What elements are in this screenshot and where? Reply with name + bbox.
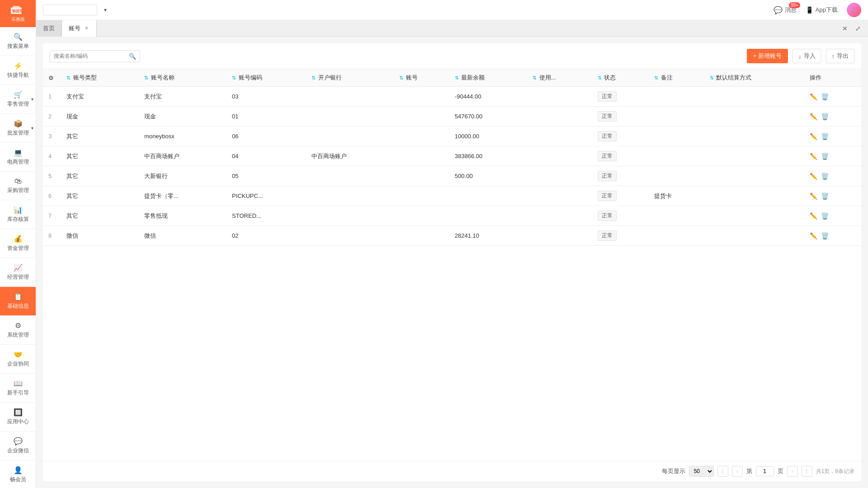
purchase-icon: 🛍 <box>14 177 22 185</box>
gear-icon[interactable]: ⚙ <box>48 75 54 81</box>
row-account <box>394 87 449 107</box>
edit-icon[interactable]: ✏️ <box>810 93 817 100</box>
sidebar-item-operations[interactable]: 📈 经营管理 <box>0 258 36 287</box>
tab-close-all-button[interactable]: ✕ <box>840 23 850 34</box>
delete-icon[interactable]: 🗑️ <box>821 192 829 200</box>
sidebar-item-inventory[interactable]: 📊 库存核算 <box>0 200 36 229</box>
tab-account[interactable]: 账号 ✕ <box>62 20 97 37</box>
row-usage <box>527 127 592 146</box>
tab-maximize-button[interactable]: ⤢ <box>853 23 863 34</box>
edit-icon[interactable]: ✏️ <box>810 153 817 160</box>
main-area: ▾ 💬 消息 99+ 📱 App下载 首页 账号 ✕ ✕ ⤢ <box>36 0 868 488</box>
search-input[interactable] <box>54 53 127 59</box>
row-num: 8 <box>43 226 61 246</box>
edit-icon[interactable]: ✏️ <box>810 133 817 140</box>
last-page-button[interactable]: ⟩ <box>802 466 812 477</box>
edit-icon[interactable]: ✏️ <box>810 173 817 180</box>
row-account <box>394 127 449 146</box>
row-default-settle <box>704 206 805 226</box>
sidebar-item-label: 应用中心 <box>7 418 29 426</box>
col-account[interactable]: ⇅ 账号 <box>394 69 449 87</box>
table-row: 8 微信 微信 02 28241.10 正常 ✏️ 🗑️ <box>43 226 861 246</box>
delete-icon[interactable]: 🗑️ <box>821 173 829 180</box>
col-code[interactable]: ⇅ 账号编码 <box>226 69 306 87</box>
sidebar-item-quick-nav[interactable]: ⚡ 快捷导航 <box>0 56 36 85</box>
col-status[interactable]: ⇅ 状态 <box>592 69 649 87</box>
row-remark <box>649 87 704 107</box>
export-button[interactable]: ↑ 导出 <box>826 49 855 63</box>
sidebar-item-ecommerce[interactable]: 💻 电商管理 <box>0 143 36 172</box>
sidebar-item-beginner-guide[interactable]: 📖 新手引导 <box>0 374 36 403</box>
row-num: 3 <box>43 127 61 146</box>
messages-button[interactable]: 💬 消息 99+ <box>774 6 797 14</box>
row-balance: 28241.10 <box>449 226 527 246</box>
sort-icon: ⇅ <box>710 75 714 80</box>
sidebar-item-enterprise-agreement[interactable]: 🤝 企业协同 <box>0 345 36 374</box>
delete-icon[interactable]: 🗑️ <box>821 133 829 140</box>
prev-page-button[interactable]: ‹ <box>732 466 743 477</box>
sidebar-item-label: 批发管理 <box>7 129 29 137</box>
sidebar-item-app-center[interactable]: 🔲 应用中心 <box>0 403 36 432</box>
row-account <box>394 226 449 246</box>
delete-icon[interactable]: 🗑️ <box>821 153 829 160</box>
delete-icon[interactable]: 🗑️ <box>821 212 829 220</box>
delete-icon[interactable]: 🗑️ <box>821 93 829 100</box>
add-account-button[interactable]: + 新增账号 <box>747 49 788 63</box>
tab-home[interactable]: 首页 <box>36 20 62 37</box>
edit-icon[interactable]: ✏️ <box>810 192 817 200</box>
col-name[interactable]: ⇅ 账号名称 <box>139 69 226 87</box>
search-box[interactable]: 🔍 <box>50 50 140 62</box>
sidebar-item-member[interactable]: 👤 畅会员 <box>0 460 36 488</box>
row-bank: 中百商场账户 <box>306 146 394 166</box>
row-name: 现金 <box>139 107 226 127</box>
sidebar-item-search-menu[interactable]: 🔍 搜索菜单 <box>0 27 36 56</box>
sidebar-item-enterprise-wechat[interactable]: 💬 企业微信 <box>0 432 36 460</box>
col-remark[interactable]: ⇅ 备注 <box>649 69 704 87</box>
sidebar-item-basic-info[interactable]: 📋 基础信息 <box>0 287 36 316</box>
sidebar-item-wholesale-mgmt[interactable]: 📦 批发管理 ▾ <box>0 114 36 143</box>
svg-rect-1 <box>13 6 20 8</box>
delete-icon[interactable]: 🗑️ <box>821 113 829 120</box>
sort-icon: ⇅ <box>399 75 403 80</box>
row-bank <box>306 166 394 186</box>
row-usage <box>527 87 592 107</box>
edit-icon[interactable]: ✏️ <box>810 232 817 239</box>
app-download-button[interactable]: 📱 App下载 <box>806 6 838 14</box>
row-remark <box>649 226 704 246</box>
sidebar-item-label: 资金管理 <box>7 244 29 252</box>
per-page-select[interactable]: 50 100 200 <box>689 466 714 477</box>
tab-close-icon[interactable]: ✕ <box>83 25 90 32</box>
edit-icon[interactable]: ✏️ <box>810 212 817 220</box>
row-default-settle <box>704 87 805 107</box>
search-icon[interactable]: 🔍 <box>129 53 136 60</box>
chevron-down-icon: ▾ <box>31 126 33 131</box>
sidebar-item-system[interactable]: ⚙ 系统管理 <box>0 316 36 345</box>
content-card: 🔍 + 新增账号 ↓ 导入 ↑ 导出 <box>43 43 861 481</box>
col-bank[interactable]: ⇅ 开户银行 <box>306 69 394 87</box>
edit-icon[interactable]: ✏️ <box>810 113 817 120</box>
next-page-button[interactable]: › <box>787 466 798 477</box>
row-account <box>394 107 449 127</box>
col-default-settle[interactable]: ⇅ 默认结算方式 <box>704 69 805 87</box>
sort-icon: ⇅ <box>232 75 236 80</box>
col-setting[interactable]: ⚙ <box>43 69 61 87</box>
topbar-left: ▾ <box>43 5 107 15</box>
user-avatar[interactable] <box>847 3 861 17</box>
sidebar-item-purchase-mgmt[interactable]: 🛍 采购管理 <box>0 172 36 200</box>
sidebar-item-label: 经营管理 <box>7 273 29 281</box>
member-icon: 👤 <box>14 466 23 474</box>
import-button[interactable]: ↓ 导入 <box>793 49 821 63</box>
col-usage[interactable]: ⇅ 使用... <box>527 69 592 87</box>
quick-nav-icon: ⚡ <box>14 61 23 70</box>
topbar-search-input[interactable] <box>43 5 97 15</box>
page-input[interactable] <box>756 466 774 476</box>
first-page-button[interactable]: ⟨ <box>717 466 728 477</box>
topbar-dropdown[interactable]: ▾ <box>104 7 107 13</box>
col-type[interactable]: ⇅ 账号类型 <box>61 69 139 87</box>
col-balance[interactable]: ⇅ 最新余额 <box>449 69 527 87</box>
delete-icon[interactable]: 🗑️ <box>821 232 829 239</box>
sidebar-item-finance[interactable]: 💰 资金管理 <box>0 229 36 258</box>
sidebar-item-retail-mgmt[interactable]: 🛒 零售管理 ▾ <box>0 85 36 114</box>
row-remark <box>649 206 704 226</box>
action-cell: ✏️ 🗑️ <box>810 133 856 140</box>
